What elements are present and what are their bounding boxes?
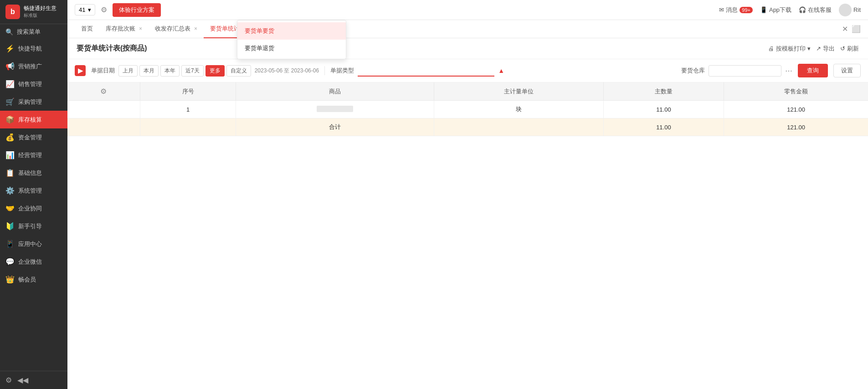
sidebar-nav: ⚡ 快捷导航 📢 营销推广 📈 销售管理 🛒 采购管理 📦 库存核算 💰 资金管… <box>0 40 67 371</box>
sidebar-item-inventory[interactable]: 📦 库存核算 <box>0 111 67 128</box>
table-settings-icon[interactable]: ⚙ <box>100 87 107 95</box>
app-download-item[interactable]: 📱 App下载 <box>760 6 791 14</box>
print-icon: 🖨 <box>768 45 774 52</box>
settings-icon[interactable]: ⚙ <box>5 376 12 384</box>
sidebar-item-operation[interactable]: 📊 经营管理 <box>0 146 67 164</box>
main-area: 41 ▾ ⚙ 体验行业方案 ✉ 消息 99+ 📱 App下载 🎧 在线客服 R <box>67 0 868 389</box>
sidebar-item-guide-label: 新手引导 <box>18 222 42 230</box>
sidebar-item-quick-nav-label: 快捷导航 <box>18 45 42 53</box>
tab-batch-account[interactable]: 库存批次账 × <box>99 20 149 38</box>
chevron-down-icon: ▾ <box>88 6 91 13</box>
sidebar-item-purchase[interactable]: 🛒 采购管理 <box>0 93 67 111</box>
tab-home[interactable]: 首页 <box>75 20 99 38</box>
table-row: 1 块 11.00 121.00 <box>67 101 868 118</box>
dropdown-item-order-return[interactable]: 要货单退货 <box>237 40 346 57</box>
topbar-left: 41 ▾ ⚙ 体验行业方案 <box>75 3 161 17</box>
print-template-btn[interactable]: 🖨 按模板打印 ▾ <box>768 45 811 53</box>
export-icon: ↗ <box>816 45 821 52</box>
company-selector[interactable]: 41 ▾ <box>75 4 95 15</box>
filter-expand-btn[interactable]: ▶ <box>75 65 86 76</box>
custom-date-btn[interactable]: 自定义 <box>226 65 251 77</box>
sidebar-item-wechat[interactable]: 💬 企业微信 <box>0 253 67 271</box>
search-menu-item[interactable]: 🔍 搜索菜单 <box>0 24 67 40</box>
date-filter-group: 单据日期 上月 本月 本年 近7天 更多 自定义 2023-05-06 至 20… <box>91 65 319 77</box>
sidebar: b 畅捷通好生意 标准版 🔍 搜索菜单 ⚡ 快捷导航 📢 营销推广 📈 销售管理… <box>0 0 67 389</box>
marketing-icon: 📢 <box>5 62 15 71</box>
sidebar-item-inventory-label: 库存核算 <box>18 116 42 124</box>
sidebar-item-app-center[interactable]: 📱 应用中心 <box>0 235 67 253</box>
warehouse-filter-group: 要货仓库 ⋯ <box>681 65 792 77</box>
restore-tab-icon[interactable]: ⬜ <box>852 25 861 33</box>
page-content: 要货单统计表(按商品) 🖨 按模板打印 ▾ ↗ 导出 ↺ 刷新 <box>67 38 868 389</box>
app-center-icon: 📱 <box>5 240 15 248</box>
search-menu-label: 搜索菜单 <box>17 28 41 36</box>
warehouse-more-icon[interactable]: ⋯ <box>785 67 792 75</box>
user-avatar-item[interactable]: Rit <box>839 4 861 16</box>
sidebar-item-operation-label: 经营管理 <box>18 151 42 159</box>
this-month-btn[interactable]: 本月 <box>139 65 159 77</box>
sidebar-item-quick-nav[interactable]: ⚡ 快捷导航 <box>0 40 67 57</box>
trial-industry-button[interactable]: 体验行业方案 <box>113 3 161 17</box>
export-btn[interactable]: ↗ 导出 <box>816 45 835 53</box>
cell-row-select <box>67 101 140 118</box>
sidebar-item-enterprise[interactable]: 🤝 企业协同 <box>0 200 67 217</box>
page-header-actions: 🖨 按模板打印 ▾ ↗ 导出 ↺ 刷新 <box>768 45 859 53</box>
message-item[interactable]: ✉ 消息 99+ <box>719 6 753 14</box>
online-service-label: 在线客服 <box>808 6 832 14</box>
sidebar-item-system[interactable]: ⚙️ 系统管理 <box>0 182 67 200</box>
message-icon: ✉ <box>719 6 724 13</box>
type-dropdown-menu: 要货单要货 要货单退货 <box>237 38 346 59</box>
footer-label: 合计 <box>236 118 434 136</box>
sidebar-item-basic[interactable]: 📋 基础信息 <box>0 164 67 182</box>
tab-recv-send[interactable]: 收发存汇总表 × <box>149 20 204 38</box>
sidebar-item-guide[interactable]: 🔰 新手引导 <box>0 217 67 235</box>
settings-button[interactable]: 设置 <box>833 64 861 77</box>
cell-goods <box>236 101 434 118</box>
goods-placeholder <box>317 106 353 112</box>
page-title: 要货单统计表(按商品) <box>77 44 147 53</box>
chevron-down-icon: ▾ <box>807 45 811 52</box>
guide-icon: 🔰 <box>5 222 15 230</box>
query-button[interactable]: 查询 <box>798 64 828 77</box>
type-filter-chevron-up-icon[interactable]: ▲ <box>498 67 504 74</box>
col-header-goods: 商品 <box>236 82 434 101</box>
last-month-btn[interactable]: 上月 <box>118 65 138 77</box>
sidebar-item-marketing[interactable]: 📢 营销推广 <box>0 57 67 75</box>
online-service-item[interactable]: 🎧 在线客服 <box>799 6 832 14</box>
tab-batch-account-close[interactable]: × <box>139 26 142 32</box>
wechat-icon: 💬 <box>5 257 15 266</box>
phone-icon: 📱 <box>760 6 767 13</box>
warehouse-filter-input[interactable] <box>709 65 781 77</box>
refresh-label: 刷新 <box>847 45 859 53</box>
member-icon: 👑 <box>5 275 15 284</box>
last-7days-btn[interactable]: 近7天 <box>181 65 204 77</box>
cell-unit: 块 <box>434 101 603 118</box>
collapse-sidebar-icon[interactable]: ◀◀ <box>17 376 28 384</box>
message-label: 消息 <box>726 6 738 14</box>
close-all-tabs-icon[interactable]: ✕ <box>842 25 848 33</box>
type-filter-input[interactable] <box>358 65 494 77</box>
cell-seq: 1 <box>140 101 236 118</box>
sidebar-item-member-label: 畅会员 <box>18 276 36 284</box>
col-header-quantity: 主数量 <box>603 82 724 101</box>
sidebar-item-member[interactable]: 👑 畅会员 <box>0 271 67 288</box>
message-badge: 99+ <box>740 7 753 13</box>
tab-home-label: 首页 <box>81 25 93 33</box>
filter-divider-1 <box>324 66 325 75</box>
app-download-label: App下载 <box>769 6 791 14</box>
tab-recv-send-close[interactable]: × <box>194 26 197 32</box>
app-version: 标准版 <box>24 12 56 19</box>
refresh-btn[interactable]: ↺ 刷新 <box>840 45 859 53</box>
page-header: 要货单统计表(按商品) 🖨 按模板打印 ▾ ↗ 导出 ↺ 刷新 <box>67 38 868 59</box>
sidebar-item-finance-label: 资金管理 <box>18 133 42 142</box>
footer-amount: 121.00 <box>724 118 868 136</box>
sidebar-item-sales[interactable]: 📈 销售管理 <box>0 75 67 93</box>
sidebar-item-finance[interactable]: 💰 资金管理 <box>0 128 67 146</box>
more-date-btn[interactable]: 更多 <box>205 65 225 77</box>
this-year-btn[interactable]: 本年 <box>160 65 180 77</box>
topbar-gear-icon[interactable]: ⚙ <box>101 5 107 14</box>
enterprise-icon: 🤝 <box>5 204 15 213</box>
dropdown-item-order-return-label: 要货单退货 <box>245 45 274 51</box>
headset-icon: 🎧 <box>799 6 806 13</box>
footer-cell-empty-1 <box>67 118 140 136</box>
